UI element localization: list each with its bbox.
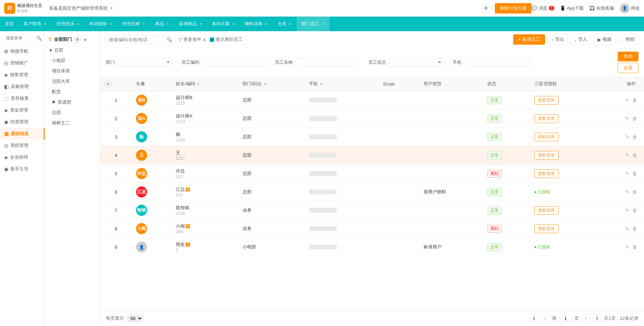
filter-status-select[interactable] xyxy=(389,58,444,67)
nav-tab-商品[interactable]: 商品✕ xyxy=(150,17,174,31)
first-page-button[interactable]: ⟪ xyxy=(530,314,538,323)
dept-group-总部[interactable]: ▼总部 xyxy=(45,45,100,55)
auth-button[interactable]: 授权登录 xyxy=(534,114,559,123)
sidebar-item-guide[interactable]: ◉新手引导 xyxy=(0,163,45,175)
edit-button[interactable]: ✎ xyxy=(625,97,629,103)
sidebar-icon-finance: ◈ xyxy=(4,107,8,113)
nav-tab-客户联络[interactable]: 客户联络✕ xyxy=(19,17,52,31)
sidebar-search-input[interactable] xyxy=(3,34,36,42)
filter-phone-input[interactable] xyxy=(464,58,529,67)
gear-button[interactable]: ⚙ xyxy=(481,3,491,13)
tab-close-icon[interactable]: ✕ xyxy=(142,22,145,26)
sidebar-item-system[interactable]: ◎系统管理 xyxy=(0,140,45,151)
edit-button[interactable]: ✎ xyxy=(625,116,629,121)
dept-settings-icon[interactable]: ⚙ xyxy=(74,36,81,43)
dept-item-双虚想[interactable]: ▶ 双虚想 xyxy=(45,97,100,107)
tab-close-icon[interactable]: ✕ xyxy=(199,22,202,26)
tab-close-icon[interactable]: ✕ xyxy=(289,22,292,26)
dept-item-植树王二[interactable]: 植树王二 xyxy=(45,118,100,128)
auth-button[interactable]: 授权登录 xyxy=(534,133,559,141)
nav-tab-新增商品[interactable]: 新增商品✕ xyxy=(174,17,207,31)
help-button[interactable]: 帮助 xyxy=(622,34,638,45)
next-page-button[interactable]: › xyxy=(582,314,590,323)
delete-button[interactable]: 🗑 xyxy=(632,171,637,176)
edit-button[interactable]: ✎ xyxy=(625,244,629,250)
tab-close-icon[interactable]: ✕ xyxy=(321,22,325,26)
auth-button[interactable]: 授权登录 xyxy=(534,96,559,105)
sidebar-item-purchase[interactable]: ◧采购管理 xyxy=(0,81,45,92)
export-button[interactable]: ↑ 导出 xyxy=(548,34,568,45)
edit-button[interactable]: ✎ xyxy=(625,134,629,140)
delete-button[interactable]: 🗑 xyxy=(632,116,637,121)
filter-empname-input[interactable] xyxy=(296,58,360,67)
set-button[interactable]: 设置 xyxy=(618,63,638,73)
show-resigned-label[interactable]: 显示离职员工 xyxy=(210,36,243,43)
dept-item-小电部[interactable]: 小电部 xyxy=(45,55,100,66)
prev-page-button[interactable]: ‹ xyxy=(541,314,549,323)
video-button[interactable]: ▶ 视频 xyxy=(594,34,615,45)
show-resigned-checkbox[interactable] xyxy=(210,37,214,42)
page-number-input[interactable] xyxy=(559,315,572,322)
tab-close-icon[interactable]: ✕ xyxy=(166,22,169,26)
user-area[interactable]: 👤 用友 xyxy=(620,3,640,13)
dept-item-配货[interactable]: 配货 xyxy=(45,87,100,97)
import-button[interactable]: ↓ 导入 xyxy=(571,34,591,45)
sidebar-item-basic-info[interactable]: ▦基础信息 xyxy=(0,128,45,140)
nav-tab-物料清单[interactable]: 物料清单✕ xyxy=(240,17,273,31)
filter-dept-select[interactable] xyxy=(118,58,173,67)
nav-tab-首页[interactable]: 首页 xyxy=(0,17,19,31)
auth-button[interactable]: 授权登录 xyxy=(534,224,559,233)
sidebar-item-inventory[interactable]: ⬚库存核算 xyxy=(0,92,45,104)
dept-item-沈阳大库[interactable]: 沈阳大库 xyxy=(45,76,100,87)
dept-collapse-icon[interactable]: ◀ xyxy=(83,37,86,42)
nav-tab-利润报告[interactable]: 利润报告✕ xyxy=(84,17,117,31)
nav-tab-经营历程[interactable]: 经营历程✕ xyxy=(117,17,150,31)
tab-close-icon[interactable]: ✕ xyxy=(76,22,80,26)
edit-button[interactable]: ✎ xyxy=(625,171,629,176)
auth-button[interactable]: 授权登录 xyxy=(534,151,559,160)
delete-button[interactable]: 🗑 xyxy=(632,97,637,103)
online-service-button[interactable]: 🎧 在线客服 xyxy=(589,5,614,11)
sidebar-item-sales[interactable]: ◈销售管理 xyxy=(0,69,45,81)
search-input[interactable] xyxy=(109,37,164,42)
delete-button[interactable]: 🗑 xyxy=(632,134,637,140)
app-download-button[interactable]: 📱 App下载 xyxy=(560,5,584,11)
sidebar-item-marketing[interactable]: ◎营销推广 xyxy=(0,57,45,69)
edit-button[interactable]: ✎ xyxy=(625,189,629,195)
nav-tab-经营情况[interactable]: 经营情况✕ xyxy=(52,17,84,31)
nav-tab-仓库[interactable]: 仓库✕ xyxy=(273,17,297,31)
add-employee-button[interactable]: + 新增员工 xyxy=(513,34,545,45)
delete-button[interactable]: 🗑 xyxy=(632,189,637,195)
auth-button[interactable]: 授权登录 xyxy=(534,206,559,215)
nav-tab-条码方案[interactable]: 条码方案✕ xyxy=(207,17,240,31)
tab-close-icon[interactable]: ✕ xyxy=(109,22,112,26)
tab-close-icon[interactable]: ✕ xyxy=(44,22,47,26)
auth-button[interactable]: 授权登录 xyxy=(534,169,559,178)
per-page-select[interactable]: 50 xyxy=(127,315,143,323)
delete-button[interactable]: 🗑 xyxy=(632,208,637,213)
sidebar-item-operations[interactable]: ◉经营管理 xyxy=(0,116,45,128)
message-button[interactable]: 💬 消息 5 xyxy=(532,5,554,11)
trial-button[interactable]: 体验行业方案 xyxy=(495,3,532,14)
last-page-button[interactable]: ⟫ xyxy=(593,314,601,323)
delete-button[interactable]: 🗑 xyxy=(632,244,637,250)
delete-button[interactable]: 🗑 xyxy=(632,226,637,231)
sidebar-item-quick-nav[interactable]: ⊞快捷导航 xyxy=(0,45,45,57)
filter-empcode-input[interactable] xyxy=(202,58,266,67)
edit-button[interactable]: ✎ xyxy=(625,226,629,231)
dropdown-icon[interactable]: ▾ xyxy=(110,6,113,11)
dept-item-总部[interactable]: 总部 xyxy=(45,107,100,118)
tab-close-icon[interactable]: ✕ xyxy=(232,22,235,26)
search-box: 🔍 xyxy=(106,35,175,44)
sidebar-item-finance[interactable]: ◈资金管理 xyxy=(0,104,45,116)
row-dept: 总部 xyxy=(238,183,305,201)
dept-item-项目库房[interactable]: 项目库房 xyxy=(45,66,100,76)
more-filters-button[interactable]: ▽ 更多条件 ∧ xyxy=(179,36,206,43)
tab-close-icon[interactable]: ✕ xyxy=(265,22,268,26)
edit-button[interactable]: ✎ xyxy=(625,208,629,213)
nav-tab-部门员工[interactable]: 部门员工✕ xyxy=(297,17,329,31)
edit-button[interactable]: ✎ xyxy=(625,152,629,158)
search-button[interactable]: 查询 xyxy=(618,52,638,61)
delete-button[interactable]: 🗑 xyxy=(632,152,637,158)
sidebar-item-enterprise[interactable]: ◈企业协同 xyxy=(0,151,45,163)
